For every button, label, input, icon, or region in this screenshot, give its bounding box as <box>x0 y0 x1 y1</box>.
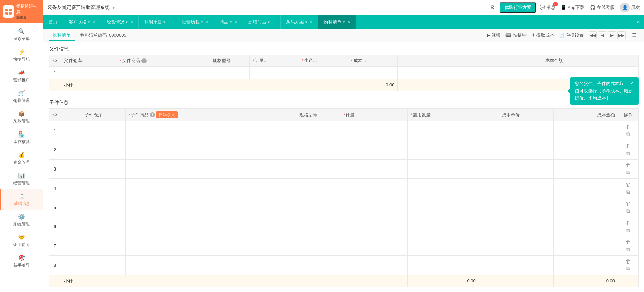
child-cell-quantity[interactable] <box>340 179 397 198</box>
prev-first-btn[interactable]: ◀◀ <box>589 31 597 39</box>
child-cell-cost-amount[interactable] <box>553 179 618 198</box>
tab-close-icon[interactable]: × <box>131 20 133 24</box>
prev-btn[interactable]: ◀ <box>598 31 606 39</box>
tab-close-icon[interactable]: × <box>168 20 171 24</box>
sidebar-item-marketing[interactable]: 📣 营销推广 <box>0 66 43 86</box>
child-cell-needed[interactable] <box>408 217 479 236</box>
child-cell-needed[interactable] <box>408 160 479 179</box>
child-cell-unit-cost[interactable] <box>479 198 543 217</box>
delete-btn[interactable]: 🗑 <box>624 238 632 246</box>
tooltip-close-btn[interactable]: × <box>631 80 634 85</box>
scan-button[interactable]: 扫码录入 <box>156 111 178 118</box>
child-cell-spec[interactable] <box>276 217 340 236</box>
list-view-btn[interactable]: ☰ <box>630 31 639 39</box>
sidebar-item-finance[interactable]: 💰 资金管理 <box>0 148 43 169</box>
tab-history[interactable]: 经营历程 ▾ × <box>176 15 214 29</box>
delete-btn[interactable]: 🗑 <box>624 258 632 265</box>
tab-close-icon[interactable]: × <box>93 20 95 24</box>
child-cell-unit-cost[interactable] <box>479 160 543 179</box>
delete-btn[interactable]: 🗑 <box>624 219 632 226</box>
topbar-gear-icon[interactable]: ⚙ <box>490 4 495 11</box>
online-support-btn[interactable]: 🎧 在线客服 <box>590 4 615 11</box>
info-icon-child[interactable]: i <box>150 112 155 117</box>
child-cell-quantity[interactable] <box>340 121 397 140</box>
tab-new-goods[interactable]: 新增商品 ▾ × <box>243 15 281 29</box>
tab-barcode[interactable]: 条码方案 ▾ × <box>281 15 318 29</box>
child-cell-unit-cost[interactable] <box>479 236 543 256</box>
copy-btn[interactable]: ⧉ <box>625 130 631 138</box>
tab-customer[interactable]: 客户联络 ▾ × <box>63 15 101 29</box>
user-btn[interactable]: 👤 用友 <box>620 3 640 12</box>
child-cell-cost-amount[interactable] <box>553 140 618 160</box>
child-cell-needed[interactable] <box>408 179 479 198</box>
child-cell-spec[interactable] <box>276 198 340 217</box>
parent-cell-warehouse[interactable] <box>61 67 117 79</box>
child-cell-cost-amount[interactable] <box>553 198 618 217</box>
child-cell-product[interactable] <box>126 121 276 140</box>
copy-btn[interactable]: ⧉ <box>625 265 631 272</box>
tab-close-icon[interactable]: × <box>310 20 312 24</box>
next-last-btn[interactable]: ▶▶ <box>617 31 626 39</box>
parent-cell-spec[interactable] <box>194 67 250 79</box>
child-cell-unit-cost[interactable] <box>479 256 543 275</box>
tab-operation-status[interactable]: 经营情况 ▾ × <box>101 15 139 29</box>
sidebar-item-inventory[interactable]: 🏪 库存核算 <box>0 128 43 148</box>
child-cell-unit-cost[interactable] <box>479 121 543 140</box>
child-cell-unit-cost[interactable] <box>479 179 543 198</box>
child-cell-unit-cost[interactable] <box>479 217 543 236</box>
child-cell-product[interactable] <box>126 140 276 160</box>
tab-home[interactable]: 首页 <box>43 15 63 29</box>
tab-close-icon[interactable]: × <box>206 20 208 24</box>
copy-btn[interactable]: ⧉ <box>625 188 631 196</box>
nav-close-btn[interactable]: × <box>633 15 644 29</box>
tab-close-icon[interactable]: × <box>235 20 237 24</box>
child-cell-spec[interactable] <box>276 121 340 140</box>
next-btn[interactable]: ▶ <box>608 31 616 39</box>
single-setting-btn[interactable]: 📄 单据设置 <box>559 32 584 38</box>
child-cell-product[interactable] <box>126 236 276 256</box>
child-cell-spec[interactable] <box>276 140 340 160</box>
child-cell-product[interactable] <box>126 198 276 217</box>
sub-tab-bom-list[interactable]: 物料清单 <box>49 30 75 41</box>
child-cell-needed[interactable] <box>408 140 479 160</box>
sidebar-logo[interactable]: 畅捷通好生意 标准版 <box>0 0 43 23</box>
sidebar-item-quick[interactable]: ⚡ 快捷导航 <box>0 45 43 66</box>
child-cell-product[interactable] <box>126 217 276 236</box>
extract-cost-btn[interactable]: ⬇ 提取成本 <box>531 32 554 38</box>
delete-btn[interactable]: 🗑 <box>624 142 632 150</box>
delete-btn[interactable]: 🗑 <box>624 162 632 169</box>
sidebar-item-system[interactable]: ⚙️ 系统管理 <box>0 210 43 231</box>
child-cell-product[interactable] <box>126 256 276 275</box>
info-icon[interactable]: i <box>141 58 147 63</box>
child-cell-needed[interactable] <box>408 198 479 217</box>
sidebar-item-guide[interactable]: 🎯 新手引导 <box>0 251 43 272</box>
message-btn[interactable]: 💬 消息 6 <box>540 4 555 11</box>
child-cell-cost-amount[interactable] <box>553 217 618 236</box>
child-cell-cost-amount[interactable] <box>553 121 618 140</box>
child-cell-warehouse[interactable] <box>61 198 126 217</box>
child-cell-product[interactable] <box>126 160 276 179</box>
sidebar-item-collab[interactable]: 🤝 企业协同 <box>0 231 43 251</box>
sidebar-item-basic[interactable]: 📋 基础信息 <box>0 189 43 210</box>
copy-btn[interactable]: ⧉ <box>625 207 631 215</box>
parent-cell-product[interactable] <box>117 67 194 79</box>
trial-button[interactable]: 体验行业方案 <box>500 2 536 13</box>
child-cell-quantity[interactable] <box>340 160 397 179</box>
child-cell-warehouse[interactable] <box>61 179 126 198</box>
child-cell-warehouse[interactable] <box>61 140 126 160</box>
parent-cell-cost[interactable] <box>348 67 397 79</box>
child-cell-product[interactable] <box>126 179 276 198</box>
child-cell-quantity[interactable] <box>340 256 397 275</box>
child-cell-spec[interactable] <box>276 160 340 179</box>
delete-btn[interactable]: 🗑 <box>624 200 632 207</box>
child-cell-spec[interactable] <box>276 256 340 275</box>
sidebar-item-operation[interactable]: 📊 经营管理 <box>0 169 43 189</box>
copy-btn[interactable]: ⧉ <box>625 169 631 176</box>
delete-btn[interactable]: 🗑 <box>624 123 632 130</box>
sidebar-item-search[interactable]: 🔍 搜索菜单 <box>0 25 43 45</box>
shortcut-btn[interactable]: ⌨ 快捷键 <box>505 32 527 38</box>
parent-cell-quantity[interactable] <box>250 67 299 79</box>
tab-bom[interactable]: 物料清单 ▾ × <box>318 15 356 29</box>
child-cell-needed[interactable] <box>408 236 479 256</box>
child-cell-warehouse[interactable] <box>61 256 126 275</box>
